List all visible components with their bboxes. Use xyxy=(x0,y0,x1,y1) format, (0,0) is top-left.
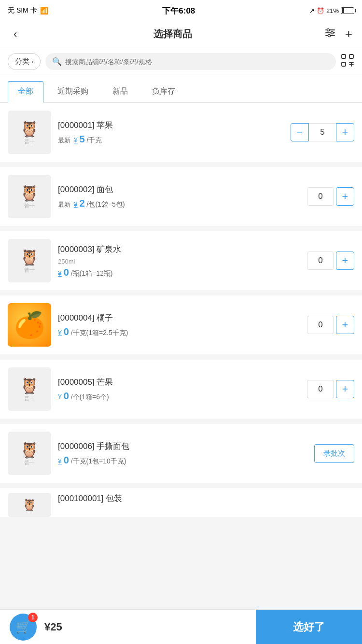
quantity-input[interactable] xyxy=(307,380,334,398)
quantity-control: + xyxy=(307,316,354,334)
tab-bar: 全部 近期采购 新品 负库存 xyxy=(0,76,362,103)
quantity-input[interactable] xyxy=(307,187,334,206)
cart-button[interactable]: 🛒 1 xyxy=(10,614,37,641)
increase-button[interactable]: + xyxy=(336,252,354,270)
list-item: 🦉 普十 [0000005] 芒果 ¥ 0 /个(1箱=6个) + xyxy=(0,360,362,419)
product-price: ¥ 0 /千克(1箱=2.5千克) xyxy=(58,326,300,337)
product-name: [000100001] 包装 xyxy=(58,493,354,504)
tab-negative[interactable]: 负库存 xyxy=(142,81,185,102)
increase-button[interactable]: + xyxy=(336,123,354,141)
product-name: [0000001] 苹果 xyxy=(58,120,284,131)
placeholder-owl-icon: 🦉 xyxy=(20,184,39,202)
product-thumbnail: 🦉 普十 xyxy=(8,239,51,282)
product-thumbnail: 🦉 普十 xyxy=(8,432,51,475)
nav-bar: ‹ 选择商品 + xyxy=(0,21,362,47)
product-name: [0000005] 芒果 xyxy=(58,377,300,388)
quantity-input[interactable] xyxy=(307,316,334,334)
status-bar: 无 SIM 卡 📶 下午6:08 ↗ ⏰ 21% xyxy=(0,0,362,21)
tab-new[interactable]: 新品 xyxy=(102,81,138,102)
status-time: 下午6:08 xyxy=(162,5,195,16)
list-item: [0000004] 橘子 ¥ 0 /千克(1箱=2.5千克) + xyxy=(0,295,362,354)
list-item: 🦉 普十 [0000003] 矿泉水 250ml ¥ 0 /瓶(1箱=12瓶) … xyxy=(0,231,362,290)
alarm-icon: ⏰ xyxy=(317,7,324,14)
page-title: 选择商品 xyxy=(153,28,192,41)
placeholder-owl-icon: 🦉 xyxy=(22,498,37,512)
product-name: [0000003] 矿泉水 xyxy=(58,244,300,255)
product-price: ¥ 0 /个(1箱=6个) xyxy=(58,391,300,402)
confirm-button[interactable]: 选好了 xyxy=(256,610,362,644)
location-icon: ↗ xyxy=(309,7,315,14)
svg-rect-8 xyxy=(342,62,346,66)
product-price: 最新 ¥ 5 /千克 xyxy=(58,134,284,145)
svg-rect-6 xyxy=(342,55,346,58)
list-item: 🦉 普十 [0000002] 面包 最新 ¥ 2 /包(1袋=5包) + xyxy=(0,167,362,226)
quantity-input[interactable] xyxy=(309,123,336,141)
decrease-button[interactable]: − xyxy=(291,123,309,141)
svg-point-3 xyxy=(327,29,329,31)
bottom-bar: 🛒 1 ¥25 选好了 xyxy=(0,609,362,644)
list-item: 🦉 普十 [0000001] 苹果 最新 ¥ 5 /千克 − + xyxy=(0,103,362,162)
cart-icon: 🛒 xyxy=(15,619,31,634)
product-price: ¥ 0 /千克(1包=10千克) xyxy=(58,455,307,466)
search-box: 🔍 xyxy=(45,53,336,70)
product-thumbnail: 🦉 普十 xyxy=(8,175,51,218)
add-button[interactable]: + xyxy=(345,27,352,42)
quantity-input[interactable] xyxy=(307,252,334,270)
back-button[interactable]: ‹ xyxy=(10,24,21,44)
search-icon: 🔍 xyxy=(52,57,62,66)
product-spec: 250ml xyxy=(58,258,300,265)
quantity-control: + xyxy=(307,187,354,206)
list-item: 🦉 [000100001] 包装 xyxy=(0,488,362,517)
cart-total: ¥25 xyxy=(44,621,256,633)
product-price: ¥ 0 /瓶(1箱=12瓶) xyxy=(58,267,300,278)
placeholder-owl-icon: 🦉 xyxy=(20,120,39,138)
nav-actions: + xyxy=(325,27,352,42)
battery-percent: 21% xyxy=(326,7,339,14)
wifi-icon: 📶 xyxy=(40,7,48,14)
search-input[interactable] xyxy=(65,58,329,66)
product-thumbnail: 🦉 xyxy=(8,493,51,517)
quantity-control: 录批次 xyxy=(314,444,354,463)
placeholder-owl-icon: 🦉 xyxy=(20,441,39,459)
status-carrier: 无 SIM 卡 📶 xyxy=(8,6,48,15)
svg-rect-7 xyxy=(349,55,353,58)
filter-icon[interactable] xyxy=(325,28,335,41)
product-thumbnail: 🦉 普十 xyxy=(8,111,51,154)
cart-badge: 1 xyxy=(28,613,38,622)
product-price: 最新 ¥ 2 /包(1袋=5包) xyxy=(58,198,300,209)
product-name: [0000006] 手撕面包 xyxy=(58,441,307,452)
placeholder-owl-icon: 🦉 xyxy=(20,248,39,266)
product-name: [0000002] 面包 xyxy=(58,184,300,195)
scan-icon[interactable] xyxy=(341,54,354,70)
category-button[interactable]: 分类 › xyxy=(8,53,41,70)
quantity-control: + xyxy=(307,380,354,398)
svg-point-5 xyxy=(328,35,330,37)
product-thumbnail: 🦉 普十 xyxy=(8,367,51,411)
increase-button[interactable]: + xyxy=(336,187,354,206)
tab-all[interactable]: 全部 xyxy=(8,81,43,103)
orange-image xyxy=(8,303,51,347)
quantity-control: − + xyxy=(291,123,354,141)
quantity-control: + xyxy=(307,252,354,270)
batch-button[interactable]: 录批次 xyxy=(314,444,354,463)
product-name: [0000004] 橘子 xyxy=(58,312,300,323)
increase-button[interactable]: + xyxy=(336,316,354,334)
list-item: 🦉 普十 [0000006] 手撕面包 ¥ 0 /千克(1包=10千克) 录批次 xyxy=(0,424,362,483)
svg-point-4 xyxy=(331,32,333,34)
battery-icon xyxy=(341,7,354,14)
filter-bar: 分类 › 🔍 xyxy=(0,47,362,76)
status-right: ↗ ⏰ 21% xyxy=(309,7,354,14)
product-list: 🦉 普十 [0000001] 苹果 最新 ¥ 5 /千克 − + xyxy=(0,103,362,561)
chevron-right-icon: › xyxy=(31,58,33,65)
tab-recent[interactable]: 近期采购 xyxy=(47,81,98,102)
increase-button[interactable]: + xyxy=(336,380,354,398)
product-thumbnail xyxy=(8,303,51,347)
placeholder-owl-icon: 🦉 xyxy=(20,377,39,395)
